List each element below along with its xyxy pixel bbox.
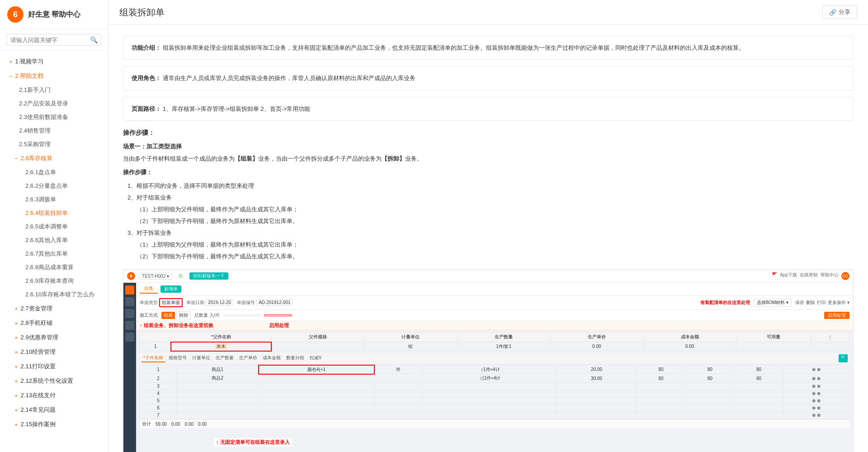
sidebar-item-2-6-5[interactable]: 2.6.5成本调整单 — [0, 220, 108, 233]
type-label: 单据类型 — [140, 300, 158, 306]
sim-icon-flag: 🚩 — [772, 272, 777, 280]
sub-tab-group[interactable]: 数量分组 — [284, 354, 306, 362]
sidebar-item-2-3[interactable]: 2.3使用前数据准备 — [0, 110, 108, 124]
sub-tab-child[interactable]: *子件名称 — [142, 354, 165, 362]
sidebar-item-2-8[interactable]: + 2.8手机旺铺 — [0, 316, 108, 330]
sidebar-item-2-6-7[interactable]: 2.6.7其他出库单 — [0, 247, 108, 261]
total1: 59.00 — [156, 422, 167, 427]
sidebar-item-2-12[interactable]: + 2.12系统个性化设置 — [0, 374, 108, 388]
sim-sub-tabs: *子件名称 规格型号 计量单位 生产数量 生产单价 成本金额 数量分组 扣减V … — [140, 353, 849, 363]
sidebar-item-2-11[interactable]: + 2.11打印设置 — [0, 359, 108, 374]
path-block: 页面路径： 1、库存核算->库存管理->组装拆卸单 2、首页->常用功能 — [123, 97, 854, 121]
date-label: 单据日期 — [186, 300, 204, 306]
sidebar-item-label: 2.7资金管理 — [21, 305, 52, 313]
td-idx: 2 — [140, 374, 177, 383]
td-unit3: 件 — [374, 365, 422, 374]
sidebar-item-label: 2.12系统个性化设置 — [21, 377, 73, 385]
sidebar-item-label: 2.13在线支付 — [21, 391, 56, 400]
sub-tab-unit2[interactable]: 计量单位 — [190, 354, 212, 362]
sidebar-item-label: 2.9优惠券管理 — [21, 333, 58, 342]
sidebar-item-label: 2.8手机旺铺 — [21, 319, 52, 327]
sim-tab-new[interactable]: 新增单 — [160, 285, 181, 293]
minus-icon: − — [14, 155, 18, 162]
td-grp: 80 — [685, 365, 734, 374]
sidebar-item-2-10[interactable]: + 2.10经营管理 — [0, 345, 108, 359]
sim-nav-icon-1 — [125, 285, 134, 295]
step1: 1、根据不同的业务，选择不同单据的类型来处理 — [127, 180, 854, 192]
sidebar-item-2-13[interactable]: + 2.13在线支付 — [0, 388, 108, 403]
sync-icon: ↻ — [178, 273, 184, 279]
main-area: 组装拆卸单 🔗 分享 功能介绍： 组装拆卸单用来处理企业组装或拆卸等加工业务，支… — [108, 0, 868, 452]
sidebar-item-video[interactable]: + 1.视频学习 — [0, 54, 108, 69]
td-qty4: （(1件≈4计 — [422, 374, 557, 383]
minus-icon: − — [9, 73, 13, 80]
plus-icon: + — [14, 349, 18, 356]
th-avail: 可用量 — [736, 332, 811, 342]
plus-icon: + — [14, 305, 18, 312]
share-icon: 🔗 — [829, 9, 836, 16]
sidebar-item-2-5[interactable]: 2.5采购管理 — [0, 138, 108, 151]
sub-tab-qty2[interactable]: 生产数量 — [214, 354, 236, 362]
sub-tab-price2[interactable]: 生产单价 — [237, 354, 259, 362]
search-input[interactable] — [10, 37, 90, 43]
total3: 0.00 — [185, 422, 193, 427]
sidebar-item-2-6-10[interactable]: 2.6.10库存账本错了怎么办 — [0, 288, 108, 301]
nav-list: + 1.视频学习 − 2.帮助文档 2.1新手入门 2.2产品安装及登录 2.3… — [0, 51, 108, 452]
sidebar-item-2-2[interactable]: 2.2产品安装及登录 — [0, 97, 108, 110]
path-text: 1、库存核算->库存管理->组装拆卸单 2、首页->常用功能 — [163, 105, 311, 112]
sim-tab-zishou[interactable]: 自售 — [140, 285, 158, 294]
num-label: 单据编号 — [237, 300, 255, 306]
search-input-wrap[interactable]: 🔍 — [6, 34, 102, 46]
sidebar-item-2-6-9[interactable]: 2.6.9库存账本查询 — [0, 274, 108, 288]
td-check: 1 — [140, 342, 171, 351]
print-btn: 打印 — [817, 300, 826, 306]
sidebar-item-2-9[interactable]: + 2.9优惠券管理 — [0, 330, 108, 345]
main-content: 功能介绍： 组装拆卸单用来处理企业组装或拆卸等加工业务，支持有固定装配清单的产品… — [108, 25, 868, 452]
sim-nav-icon-4 — [125, 321, 134, 330]
table-row: 3⊕ ⊗ — [140, 383, 849, 390]
sim-enable-btn[interactable]: 启用处理 — [824, 312, 849, 319]
sidebar-item-2-6-6[interactable]: 2.6.6其他入库单 — [0, 233, 108, 247]
td-child-name: 商品1 — [177, 365, 259, 374]
sub-tab-spec[interactable]: 规格型号 — [167, 354, 189, 362]
delete-btn: 删除 — [806, 300, 815, 306]
sidebar-item-2-4[interactable]: 2.4销售管理 — [0, 124, 108, 138]
sim-expand-btn[interactable]: ⇱ — [839, 354, 848, 362]
td-deduct2: 80 — [734, 374, 783, 383]
role-block: 使用角色： 通常由生产人员或库管人员完成拆装业务的操作，库管人员确认原材料的出库… — [123, 66, 854, 90]
td-idx: 1 — [140, 365, 177, 374]
app-name: 好生意 帮助中心 — [28, 10, 80, 19]
sidebar-item-2-6-3[interactable]: 2.6.3调拨单 — [0, 193, 108, 206]
sub-tab-cost2[interactable]: 成本金额 — [261, 354, 283, 362]
sim-icon-help: 在线帮助 — [800, 272, 818, 280]
sim-icon-apps: App下载 — [780, 272, 797, 280]
th-parent-spec: 父件规格 — [271, 332, 364, 342]
share-button[interactable]: 🔗 分享 — [822, 5, 857, 19]
sidebar-item-2-15[interactable]: + 2.15操作案例 — [0, 417, 108, 432]
role-label: 使用角色： — [132, 75, 161, 81]
sidebar-item-2-6-1[interactable]: 2.6.1盘点单 — [0, 166, 108, 179]
search-button[interactable]: 🔍 — [90, 36, 98, 43]
sidebar-item-label: 2.6库存核算 — [21, 154, 52, 162]
sim-company: TEST-H002 ▾ — [139, 273, 172, 280]
sidebar-item-2-7[interactable]: + 2.7资金管理 — [0, 301, 108, 316]
screenshot-block: 6 TEST-H002 ▾ ↻ 切到新版本一下 🚩 App下载 在线帮助 帮助中… — [123, 270, 854, 452]
table-row: 1 米木 组 1件/套1 0.00 0.00 — [140, 342, 849, 351]
btn-disassemble[interactable]: 拆卸 — [176, 311, 191, 319]
sidebar-item-2-6-8[interactable]: 2.6.8商品成本重算 — [0, 261, 108, 274]
td-grp2: 80 — [685, 374, 734, 383]
sidebar-item-help[interactable]: − 2.帮助文档 — [0, 69, 108, 83]
td-op — [811, 342, 849, 351]
sidebar-item-2-6[interactable]: − 2.6库存核算 — [0, 151, 108, 166]
sub-tab-deduct[interactable]: 扣减V — [308, 354, 324, 362]
sidebar-item-2-1[interactable]: 2.1新手入门 — [0, 83, 108, 97]
role-text: 通常由生产人员或库管人员完成拆装业务的操作，库管人员确认原材料的出库和产成品的入… — [163, 75, 415, 81]
sidebar-item-2-6-2[interactable]: 2.6.2分量盘点单 — [0, 179, 108, 193]
sim-avatar: CC — [841, 272, 849, 280]
sidebar-item-2-14[interactable]: + 2.14常见问题 — [0, 403, 108, 417]
th-prod-qty: 生产数量 — [457, 332, 550, 342]
btn-compose[interactable]: 组装 — [161, 312, 175, 319]
sidebar-item-2-6-4[interactable]: 2.6.4组装拆卸单 — [0, 206, 108, 220]
sub-type-label: 加工方式 — [140, 312, 158, 319]
scene1-title: 场景一：加工类型选择 — [123, 143, 854, 151]
